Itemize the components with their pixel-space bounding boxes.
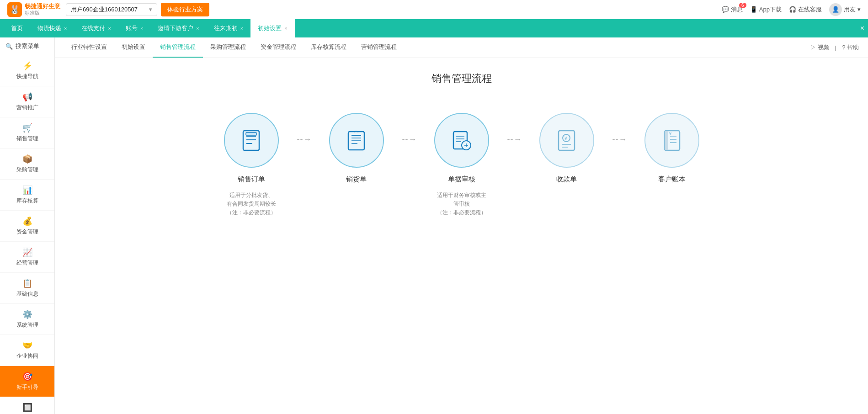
flow-diagram: 销售订单 适用于分批发货、有合同发货周期较长（注：非必要流程） - - → bbox=[73, 113, 850, 218]
sub-tab-right: ▷ 视频 | ? 帮助 bbox=[810, 43, 859, 52]
tab-initial-close[interactable]: × bbox=[240, 26, 243, 31]
sub-tab-marketing-flow[interactable]: 营销管理流程 bbox=[354, 37, 404, 58]
sub-tab-inventory-flow-label: 库存核算流程 bbox=[311, 43, 346, 50]
header-left: 🐰 畅捷通好生意 标准版 用户690企业1660120507 ▾ 体验行业方案 bbox=[7, 2, 209, 17]
arrow-2: - - → bbox=[402, 113, 416, 144]
company-selector[interactable]: 用户690企业1660120507 ▾ bbox=[66, 3, 157, 16]
tab-account-close[interactable]: × bbox=[140, 26, 143, 31]
tab-invite-close[interactable]: × bbox=[196, 26, 199, 31]
page-content: 销售管理流程 销售订单 适用于分批发货、有合同 bbox=[55, 58, 868, 231]
chevron-down-icon: ▾ bbox=[149, 6, 152, 13]
sidebar-item-collab[interactable]: 🤝 企业协同 bbox=[0, 335, 54, 366]
sub-tab-initial-settings[interactable]: 初始设置 bbox=[114, 37, 153, 58]
tab-logistics-label: 物流快递 bbox=[37, 24, 61, 32]
top-header: 🐰 畅捷通好生意 标准版 用户690企业1660120507 ▾ 体验行业方案 … bbox=[0, 0, 868, 19]
help-icon: ? bbox=[842, 44, 845, 51]
sidebar-item-marketing-label: 营销推广 bbox=[16, 104, 38, 111]
sidebar-item-inventory[interactable]: 📊 库存核算 bbox=[0, 180, 54, 211]
search-menu-label: 搜索菜单 bbox=[16, 42, 39, 50]
help-link[interactable]: ? 帮助 bbox=[842, 43, 859, 52]
sidebar-item-finance[interactable]: 💰 资金管理 bbox=[0, 211, 54, 242]
audit-circle bbox=[434, 113, 489, 168]
sidebar-item-basic[interactable]: 📋 基础信息 bbox=[0, 273, 54, 304]
tab-setup[interactable]: 初始设置 × bbox=[250, 19, 294, 37]
sidebar-item-guide[interactable]: 🎯 新手引导 bbox=[0, 366, 54, 397]
money-icon: 💰 bbox=[22, 216, 32, 226]
sidebar-item-basic-label: 基础信息 bbox=[16, 290, 38, 298]
flow-item-sales-delivery[interactable]: 销货单 bbox=[311, 113, 402, 191]
sidebar-item-operation-label: 经营管理 bbox=[16, 259, 38, 267]
video-icon: ▷ bbox=[810, 44, 816, 51]
flow-item-account-book[interactable]: ¥ 客户账本 bbox=[626, 113, 718, 191]
content-area: 行业特性设置 初始设置 销售管理流程 采购管理流程 资金管理流程 库存核算流程 … bbox=[55, 37, 868, 414]
trial-button[interactable]: 体验行业方案 bbox=[161, 3, 209, 16]
tab-setup-close[interactable]: × bbox=[284, 26, 287, 31]
tab-initial[interactable]: 往来期初 × bbox=[207, 19, 250, 37]
tab-setup-label: 初始设置 bbox=[258, 24, 282, 32]
grid-icon: 🔲 bbox=[22, 403, 32, 413]
sidebar-item-quick-nav[interactable]: ⚡ 快捷导航 bbox=[0, 55, 54, 86]
audit-desc: 适用于财务审核或主管审核（注：非必要流程） bbox=[437, 191, 486, 218]
messages-button[interactable]: 💬 消息 6 bbox=[722, 5, 743, 14]
sub-tab-purchase-flow[interactable]: 采购管理流程 bbox=[203, 37, 253, 58]
avatar: 👤 bbox=[829, 3, 842, 16]
logo-icon: 🐰 bbox=[7, 2, 22, 17]
flow-item-receipt[interactable]: ¥ 收款单 bbox=[521, 113, 612, 191]
sub-tab-initial-settings-label: 初始设置 bbox=[122, 43, 145, 50]
close-all-tabs-button[interactable]: × bbox=[860, 24, 864, 32]
tab-logistics-close[interactable]: × bbox=[64, 26, 67, 31]
online-service-button[interactable]: 🎧 在线客服 bbox=[789, 5, 822, 14]
sidebar-item-finance-label: 资金管理 bbox=[16, 228, 38, 236]
sidebar-item-purchase-label: 采购管理 bbox=[16, 166, 38, 174]
message-icon: 💬 bbox=[722, 6, 729, 13]
logo-text: 畅捷通好生意 标准版 bbox=[25, 3, 60, 16]
receipt-circle: ¥ bbox=[539, 113, 594, 168]
sub-tab-finance-flow[interactable]: 资金管理流程 bbox=[253, 37, 304, 58]
sub-tab-marketing-flow-label: 营销管理流程 bbox=[361, 43, 397, 50]
account-book-label: 客户账本 bbox=[658, 175, 686, 184]
sub-tab-inventory-flow[interactable]: 库存核算流程 bbox=[304, 37, 354, 58]
user-chevron-icon: ▾ bbox=[857, 6, 861, 13]
sidebar-item-operation[interactable]: 📈 经营管理 bbox=[0, 242, 54, 273]
gear-icon: ⚙️ bbox=[22, 309, 32, 319]
sidebar-item-sales[interactable]: 🛒 销售管理 bbox=[0, 117, 54, 149]
flow-item-sales-order[interactable]: 销售订单 适用于分批发货、有合同发货周期较长（注：非必要流程） bbox=[206, 113, 297, 218]
online-service-label: 在线客服 bbox=[798, 5, 822, 14]
search-menu-button[interactable]: 🔍 搜索菜单 bbox=[0, 37, 54, 55]
sidebar: 🔍 搜索菜单 ⚡ 快捷导航 📢 营销推广 🛒 销售管理 📦 采购管理 📊 库存核… bbox=[0, 37, 55, 414]
tab-payment-close[interactable]: × bbox=[108, 26, 111, 31]
tab-logistics[interactable]: 物流快递 × bbox=[30, 19, 74, 37]
logo-title: 畅捷通好生意 bbox=[25, 3, 60, 10]
svg-text:¥: ¥ bbox=[564, 136, 567, 141]
sidebar-item-system[interactable]: ⚙️ 系统管理 bbox=[0, 304, 54, 335]
tab-home[interactable]: 首页 bbox=[4, 19, 30, 37]
sales-order-label: 销售订单 bbox=[238, 175, 265, 184]
tab-invite[interactable]: 邀请下游客户 × bbox=[150, 19, 206, 37]
chart-icon: 📊 bbox=[22, 185, 32, 195]
app-download-button[interactable]: 📱 App下载 bbox=[750, 5, 782, 14]
handshake-icon: 🤝 bbox=[22, 340, 32, 350]
messages-badge: 6 bbox=[739, 3, 746, 8]
sidebar-item-sales-label: 销售管理 bbox=[16, 135, 38, 143]
receipt-label: 收款单 bbox=[556, 175, 577, 184]
tab-payment[interactable]: 在线支付 × bbox=[74, 19, 118, 37]
sidebar-item-purchase[interactable]: 📦 采购管理 bbox=[0, 149, 54, 180]
sales-order-circle bbox=[224, 113, 279, 168]
sub-tab-sales-flow[interactable]: 销售管理流程 bbox=[153, 37, 203, 58]
header-right: 💬 消息 6 📱 App下载 🎧 在线客服 👤 用友 ▾ bbox=[722, 3, 861, 16]
tab-home-label: 首页 bbox=[11, 24, 23, 32]
target-icon: 🎯 bbox=[22, 372, 32, 382]
video-link[interactable]: ▷ 视频 bbox=[810, 43, 830, 52]
sidebar-item-app-center[interactable]: 🔲 应用中心 bbox=[0, 397, 54, 414]
sidebar-item-inventory-label: 库存核算 bbox=[16, 197, 38, 205]
user-menu[interactable]: 👤 用友 ▾ bbox=[829, 3, 861, 16]
download-icon: 📱 bbox=[750, 6, 757, 13]
clipboard-icon: 📋 bbox=[22, 278, 32, 288]
headset-icon: 🎧 bbox=[789, 6, 796, 13]
sub-tab-industry[interactable]: 行业特性设置 bbox=[64, 37, 114, 58]
sidebar-item-marketing[interactable]: 📢 营销推广 bbox=[0, 86, 54, 117]
flow-item-audit[interactable]: 单据审核 适用于财务审核或主管审核（注：非必要流程） bbox=[416, 113, 507, 218]
tab-payment-label: 在线支付 bbox=[81, 24, 105, 32]
tab-account[interactable]: 账号 × bbox=[118, 19, 150, 37]
tab-account-label: 账号 bbox=[126, 24, 138, 32]
